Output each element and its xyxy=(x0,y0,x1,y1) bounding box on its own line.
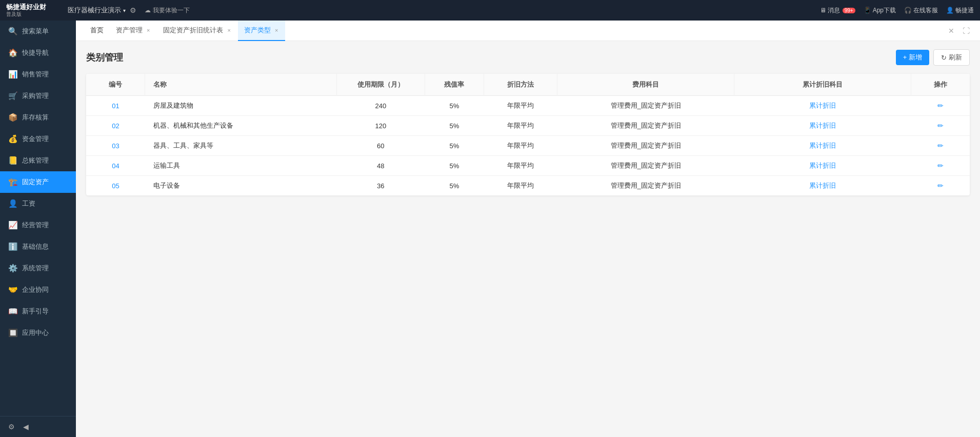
sidebar-item-purchase[interactable]: 🛒 采购管理 xyxy=(0,85,76,107)
edit-button-4[interactable]: ✏ xyxy=(911,176,970,196)
cell-residual-3: 5% xyxy=(425,156,484,176)
tab-home[interactable]: 首页 xyxy=(84,21,110,41)
cell-expense-0: 管理费用_固定资产折旧 xyxy=(557,96,734,116)
new-button[interactable]: + 新增 xyxy=(896,50,929,65)
edit-button-1[interactable]: ✏ xyxy=(911,116,970,136)
online-service-label: 在线客服 xyxy=(913,6,938,15)
sidebar-item-ledger[interactable]: 📒 总账管理 xyxy=(0,150,76,171)
window-maximize-icon[interactable]: ⛶ xyxy=(961,26,972,36)
tab-asset-type-close[interactable]: × xyxy=(274,27,279,34)
table-row: 05 电子设备 36 5% 年限平均 管理费用_固定资产折旧 累计折旧 ✏ xyxy=(86,176,970,196)
cell-code-2[interactable]: 03 xyxy=(86,136,145,156)
sidebar-item-operations[interactable]: 📈 经营管理 xyxy=(0,214,76,236)
col-period: 使用期限（月） xyxy=(336,74,425,96)
app-center-icon: 🔲 xyxy=(8,328,18,337)
tab-bar: 首页 资产管理 × 固定资产折旧统计表 × 资产类型 × ✕ ⛶ xyxy=(76,21,980,41)
sidebar-item-quick-nav[interactable]: 🏠 快捷导航 xyxy=(0,42,76,64)
sidebar-item-inventory[interactable]: 📦 库存核算 xyxy=(0,107,76,128)
cell-period-3: 48 xyxy=(336,156,425,176)
cell-method-1: 年限平均 xyxy=(484,116,557,136)
sidebar-label-purchase: 采购管理 xyxy=(22,91,49,101)
tab-asset-mgmt[interactable]: 资产管理 × xyxy=(110,21,157,41)
message-button[interactable]: 🖥 消息 99 xyxy=(820,6,855,15)
sidebar-item-sales[interactable]: 📊 销售管理 xyxy=(0,64,76,85)
online-service-button[interactable]: 🎧 在线客服 xyxy=(904,6,938,15)
sidebar-label-inventory: 库存核算 xyxy=(22,113,49,122)
cell-name-0: 房屋及建筑物 xyxy=(145,96,336,116)
sales-icon: 📊 xyxy=(8,70,18,79)
table-row: 03 器具、工具、家具等 60 5% 年限平均 管理费用_固定资产折旧 累计折旧… xyxy=(86,136,970,156)
cell-method-0: 年限平均 xyxy=(484,96,557,116)
cell-method-4: 年限平均 xyxy=(484,176,557,196)
tab-depreciation-label: 固定资产折旧统计表 xyxy=(163,26,223,35)
cell-expense-1: 管理费用_固定资产折旧 xyxy=(557,116,734,136)
sidebar-label-guide: 新手引导 xyxy=(22,307,49,316)
table-row: 02 机器、机械和其他生产设备 120 5% 年限平均 管理费用_固定资产折旧 … xyxy=(86,116,970,136)
cell-period-0: 240 xyxy=(336,96,425,116)
trial-label[interactable]: 我要体验一下 xyxy=(153,6,190,15)
sidebar-item-search-menu[interactable]: 🔍 搜索菜单 xyxy=(0,21,76,42)
settings-icon[interactable]: ⚙ xyxy=(130,6,136,14)
sidebar-item-system[interactable]: ⚙️ 系统管理 xyxy=(0,257,76,279)
sidebar-label-search-menu: 搜索菜单 xyxy=(22,27,49,36)
guide-icon: 📖 xyxy=(8,307,18,316)
top-bar-right: 🖥 消息 99 📱 App下载 🎧 在线客服 👤 畅捷通 xyxy=(820,6,974,15)
cell-residual-1: 5% xyxy=(425,116,484,136)
page-actions: + 新增 ↻ 刷新 xyxy=(896,49,970,66)
sidebar-item-app-center[interactable]: 🔲 应用中心 xyxy=(0,322,76,344)
cell-residual-4: 5% xyxy=(425,176,484,196)
sidebar-item-finance[interactable]: 💰 资金管理 xyxy=(0,128,76,150)
refresh-icon: ↻ xyxy=(941,54,947,62)
cell-depreciation-3: 累计折旧 xyxy=(734,156,911,176)
trial-area: ☁ 我要体验一下 xyxy=(145,6,190,15)
user-menu[interactable]: 👤 畅捷通 xyxy=(946,6,974,15)
company-name: 医疗器械行业演示 xyxy=(68,6,121,15)
cell-code-1[interactable]: 02 xyxy=(86,116,145,136)
sidebar-item-payroll[interactable]: 👤 工资 xyxy=(0,193,76,214)
sidebar-label-quick-nav: 快捷导航 xyxy=(22,48,49,57)
tab-depreciation-close[interactable]: × xyxy=(226,27,231,34)
sidebar-item-basic-info[interactable]: ℹ️ 基础信息 xyxy=(0,236,76,257)
tab-asset-mgmt-close[interactable]: × xyxy=(146,27,151,34)
edit-button-3[interactable]: ✏ xyxy=(911,156,970,176)
col-code: 编号 xyxy=(86,74,145,96)
ledger-icon: 📒 xyxy=(8,156,18,165)
cell-method-3: 年限平均 xyxy=(484,156,557,176)
table-row: 01 房屋及建筑物 240 5% 年限平均 管理费用_固定资产折旧 累计折旧 ✏ xyxy=(86,96,970,116)
message-icon: 🖥 xyxy=(820,7,826,14)
sidebar-collapse-icon[interactable]: ◀ xyxy=(21,421,31,433)
cell-code-3[interactable]: 04 xyxy=(86,156,145,176)
sidebar-settings-icon[interactable]: ⚙ xyxy=(6,421,17,433)
tab-depreciation-table[interactable]: 固定资产折旧统计表 × xyxy=(157,21,237,41)
tab-window-controls: ✕ ⛶ xyxy=(946,26,972,36)
tab-asset-type[interactable]: 资产类型 × xyxy=(238,21,285,41)
app-edition: 普及版 xyxy=(6,11,57,17)
sidebar-label-system: 系统管理 xyxy=(22,264,49,273)
operations-icon: 📈 xyxy=(8,221,18,230)
page-content: 类别管理 + 新增 ↻ 刷新 编号 名称 使用期限（月） xyxy=(76,41,980,437)
finance-icon: 💰 xyxy=(8,134,18,144)
company-selector[interactable]: 医疗器械行业演示 ▾ xyxy=(68,6,126,15)
sidebar-label-basic-info: 基础信息 xyxy=(22,242,49,251)
message-badge: 99 xyxy=(843,8,855,13)
window-close-icon[interactable]: ✕ xyxy=(946,26,956,36)
sidebar-bottom: ⚙ ◀ xyxy=(0,416,76,437)
refresh-button[interactable]: ↻ 刷新 xyxy=(933,49,970,66)
phone-icon: 📱 xyxy=(864,7,871,14)
cell-period-4: 36 xyxy=(336,176,425,196)
cell-residual-0: 5% xyxy=(425,96,484,116)
cell-code-0[interactable]: 01 xyxy=(86,96,145,116)
edit-button-0[interactable]: ✏ xyxy=(911,96,970,116)
system-icon: ⚙️ xyxy=(8,264,18,273)
edit-button-2[interactable]: ✏ xyxy=(911,136,970,156)
purchase-icon: 🛒 xyxy=(8,91,18,101)
inventory-icon: 📦 xyxy=(8,113,18,122)
app-download-button[interactable]: 📱 App下载 xyxy=(864,6,896,15)
cooperation-icon: 🤝 xyxy=(8,285,18,294)
refresh-label: 刷新 xyxy=(949,53,962,62)
sidebar-item-cooperation[interactable]: 🤝 企业协同 xyxy=(0,279,76,301)
sidebar-item-guide[interactable]: 📖 新手引导 xyxy=(0,301,76,322)
sidebar-item-fixed-assets[interactable]: 🏗️ 固定资产 xyxy=(0,171,76,193)
sidebar-label-operations: 经营管理 xyxy=(22,221,49,230)
cell-code-4[interactable]: 05 xyxy=(86,176,145,196)
